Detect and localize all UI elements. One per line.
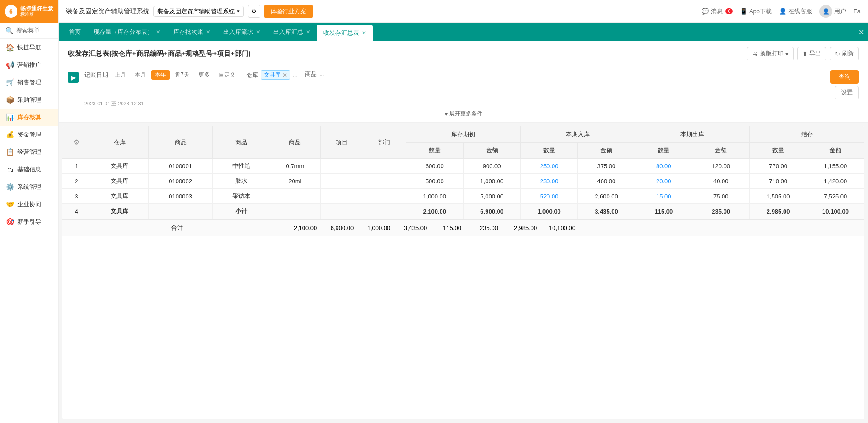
tab-recv-send[interactable]: 收发存汇总表 ✕ [317,25,373,41]
tab-flow[interactable]: 出入库流水 ✕ [217,23,267,41]
sidebar-item-finance[interactable]: 💰 资金管理 [0,126,58,143]
cell-in-amt: 2,600.00 [578,189,635,204]
folder-icon: 🗂 [6,166,15,174]
close-tab-batch[interactable]: ✕ [206,29,210,35]
filter-settings-button[interactable]: 设置 [835,86,859,99]
refresh-button[interactable]: ↻ 刷新 [830,47,859,60]
date-range-display: 2023-01-01 至 2023-12-31 [84,100,859,107]
service-icon: 👤 [779,8,786,15]
sidebar-item-sales[interactable]: 🛒 销售管理 [0,74,58,91]
chevron-down-icon: ▾ [785,50,789,57]
sidebar-item-collab[interactable]: 🤝 企业协同 [0,196,58,213]
cell-in-qty[interactable]: 250.00 [520,159,578,174]
cell-out-qty[interactable]: 80.00 [635,159,692,174]
export-button[interactable]: ⬆ 导出 [797,47,826,60]
cell-bal-qty: 1,505.00 [750,189,807,204]
message-badge: 6 [725,8,733,14]
product-more[interactable]: ... [320,71,324,77]
sidebar-item-inventory[interactable]: 📊 库存核算 [0,109,58,126]
refresh-icon: ↻ [835,50,840,57]
tab-inventory-dist[interactable]: 现存量（库存分布表） ✕ [87,23,167,41]
tab-summary[interactable]: 出入库汇总 ✕ [267,23,317,41]
topbar-right: 💬 消息 6 📱 App下载 👤 在线客服 👤 用户 Ea [702,5,861,18]
cell-warehouse: 文具库 [91,189,148,204]
cell-project [320,174,363,189]
trial-button[interactable]: 体验行业方案 [264,5,313,18]
close-all-tabs[interactable]: ✕ [858,28,864,37]
warehouse-more[interactable]: ... [293,72,298,78]
app-download-button[interactable]: 📱 App下载 [740,7,772,16]
cell-bal-amt: 10,100.00 [807,204,864,219]
date-btn-this-month[interactable]: 本月 [131,70,149,80]
cell-out-amt: 235.00 [692,204,750,219]
cell-out-qty[interactable]: 20.00 [635,174,692,189]
close-tab-summary[interactable]: ✕ [306,29,310,35]
cell-spec: 20ml [270,174,320,189]
date-btn-this-year[interactable]: 本年 [151,70,170,80]
close-tab-flow[interactable]: ✕ [256,29,260,35]
print-button[interactable]: 🖨 换版打印 ▾ [747,47,794,60]
search-menu-item[interactable]: 🔍 搜索菜单 [0,23,58,39]
th-bal-amt: 金额 [807,143,864,159]
topbar: 装备及固定资产辅助管理系统 装备及固定资产辅助管理系统 ▾ ⚙ 体验行业方案 💬… [59,0,868,23]
filter-section: ▶ 记账日期 上月 本月 本年 近7天 更多 自定义 [59,66,868,123]
cell-in-qty[interactable]: 520.00 [520,189,578,204]
cell-start-amt: 1,000.00 [463,174,520,189]
sidebar-item-system[interactable]: ⚙️ 系统管理 [0,178,58,196]
tab-home[interactable]: 首页 [62,23,87,41]
close-tab-inventory-dist[interactable]: ✕ [156,29,160,35]
cell-dept [363,204,406,219]
date-btn-prev-month[interactable]: 上月 [111,70,129,80]
tab-bar: 首页 现存量（库存分布表） ✕ 库存批次账 ✕ 出入库流水 ✕ 出入库汇总 ✕ … [59,23,868,41]
date-btn-7days[interactable]: 近7天 [171,70,193,80]
footer-start-amt: 6,900.00 [324,225,360,231]
th-warehouse: 仓库 [91,126,148,159]
cell-code: 0100002 [148,174,213,189]
expand-filter-button[interactable]: ▾ 展开更多条件 [445,110,482,118]
sidebar-item-purchase[interactable]: 📦 采购管理 [0,91,58,109]
user-avatar[interactable]: 👤 用户 [819,5,846,18]
cell-start-amt: 5,000.00 [463,189,520,204]
table-settings-icon[interactable]: ⚙ [73,138,80,146]
th-period-start: 库存期初 [406,126,520,143]
cell-in-qty[interactable]: 230.00 [520,174,578,189]
footer-in-qty: 1,000.00 [360,225,397,231]
warehouse-label: 仓库 [246,71,258,79]
footer-out-qty: 115.00 [434,225,470,231]
system-dropdown[interactable]: 装备及固定资产辅助管理系统 ▾ [153,6,244,17]
date-btn-more[interactable]: 更多 [195,70,213,80]
message-button[interactable]: 💬 消息 6 [702,7,733,16]
tab-batch[interactable]: 库存批次账 ✕ [167,23,217,41]
cell-num: 4 [62,204,91,219]
warehouse-tag-close[interactable]: ✕ [282,72,287,78]
th-in-amt: 金额 [578,143,635,159]
th-out-qty: 数量 [635,143,692,159]
query-button[interactable]: 查询 [830,70,859,84]
sidebar-item-quick-nav[interactable]: 🏠 快捷导航 [0,39,58,56]
sidebar-item-operation[interactable]: 📋 经营管理 [0,143,58,161]
target-icon: 🎯 [6,218,15,226]
filter-toggle-button[interactable]: ▶ [68,72,79,83]
close-tab-recv-send[interactable]: ✕ [362,30,366,36]
date-btn-custom[interactable]: 自定义 [215,70,239,80]
cell-bal-qty: 710.00 [750,174,807,189]
cell-spec: 0.7mm [270,159,320,174]
cell-name: 中性笔 [213,159,270,174]
page-title: 收发存汇总表(按仓库+商品编码+商品+规格型号+项目+部门) [68,49,251,58]
sidebar-item-basic[interactable]: 🗂 基础信息 [0,161,58,178]
cell-num: 3 [62,189,91,204]
date-filter-group: 记账日期 上月 本月 本年 近7天 更多 自定义 [84,70,239,80]
online-service-button[interactable]: 👤 在线客服 [779,7,812,16]
gear-icon: ⚙ [251,8,257,15]
footer-label: 合计 [67,224,287,232]
cell-bal-qty: 770.00 [750,159,807,174]
cell-in-amt: 460.00 [578,174,635,189]
cell-code [148,204,213,219]
cell-out-qty[interactable]: 15.00 [635,189,692,204]
sidebar-item-guide[interactable]: 🎯 新手引导 [0,213,58,231]
footer-in-amt: 3,435.00 [397,225,434,231]
cell-start-qty: 1,000.00 [406,189,463,204]
cell-out-amt: 75.00 [692,189,750,204]
settings-button[interactable]: ⚙ [248,5,260,18]
sidebar-item-marketing[interactable]: 📢 营销推广 [0,56,58,74]
